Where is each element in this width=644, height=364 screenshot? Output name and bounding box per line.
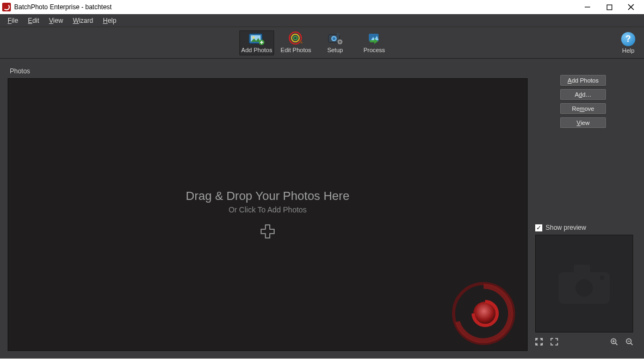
toolbar-setup-label: Setup xyxy=(327,47,343,53)
help-icon: ? xyxy=(621,32,635,46)
toolbar-add-photos-label: Add Photos xyxy=(242,47,273,53)
app-icon xyxy=(2,3,11,11)
show-preview-row: ✓ Show preview xyxy=(535,224,631,231)
plus-icon xyxy=(260,224,275,241)
close-button[interactable] xyxy=(620,0,642,14)
preview-pane xyxy=(535,235,633,332)
svg-point-6 xyxy=(252,36,255,39)
camera-placeholder-icon xyxy=(554,259,614,308)
svg-point-19 xyxy=(339,41,341,43)
svg-rect-17 xyxy=(337,33,339,35)
toolbar-help-label: Help xyxy=(622,47,635,54)
add-photos-icon xyxy=(249,32,265,46)
toolbar-process[interactable]: Process xyxy=(357,30,392,55)
zoom-in-icon[interactable] xyxy=(610,338,618,347)
svg-point-16 xyxy=(333,37,336,40)
setup-icon xyxy=(327,32,343,46)
fullscreen-icon[interactable] xyxy=(550,338,558,347)
titlebar: BatchPhoto Enterprise - batchtest xyxy=(0,0,644,14)
view-button[interactable]: View xyxy=(560,117,606,128)
edit-photos-icon xyxy=(288,32,304,46)
svg-point-11 xyxy=(292,34,299,42)
side-panel: Add Photos Add… Remove View ✓ Show previ… xyxy=(528,63,636,351)
dropzone-subtitle: Or Click To Add Photos xyxy=(228,205,307,214)
svg-line-33 xyxy=(631,343,633,346)
content-area: Photos Drag & Drop Your Photos Here Or C… xyxy=(0,59,644,359)
zoom-out-icon[interactable] xyxy=(626,338,633,347)
add-menu-button[interactable]: Add… xyxy=(560,89,606,100)
dropzone[interactable]: Drag & Drop Your Photos Here Or Click To… xyxy=(8,78,528,351)
app-window: BatchPhoto Enterprise - batchtest File E… xyxy=(0,0,644,359)
menu-view[interactable]: View xyxy=(45,16,67,26)
process-icon xyxy=(366,32,382,46)
dropzone-title: Drag & Drop Your Photos Here xyxy=(186,189,350,203)
fit-window-icon[interactable] xyxy=(535,338,543,347)
show-preview-checkbox[interactable]: ✓ xyxy=(535,224,542,231)
minimize-button[interactable] xyxy=(577,0,598,14)
menu-edit[interactable]: Edit xyxy=(23,16,44,26)
svg-point-12 xyxy=(294,36,297,39)
svg-rect-1 xyxy=(607,5,612,10)
toolbar-add-photos[interactable]: Add Photos xyxy=(239,30,274,55)
photos-panel-label: Photos xyxy=(10,67,528,75)
preview-toolbar xyxy=(535,338,633,347)
show-preview-label: Show preview xyxy=(546,224,586,231)
toolbar-setup[interactable]: Setup xyxy=(318,30,352,55)
photos-panel: Photos Drag & Drop Your Photos Here Or C… xyxy=(8,63,528,351)
toolbar-help[interactable]: ? Help xyxy=(618,31,639,55)
toolbar-edit-photos[interactable]: Edit Photos xyxy=(278,30,313,55)
menu-wizard[interactable]: Wizard xyxy=(69,16,97,26)
add-photos-button[interactable]: Add Photos xyxy=(560,75,606,86)
menu-help[interactable]: Help xyxy=(98,16,121,26)
maximize-button[interactable] xyxy=(598,0,620,14)
toolbar: Add Photos Edit Photos xyxy=(0,27,644,59)
svg-line-29 xyxy=(616,343,618,346)
window-title: BatchPhoto Enterprise - batchtest xyxy=(14,3,112,11)
toolbar-process-label: Process xyxy=(363,47,385,53)
svg-point-27 xyxy=(600,275,604,280)
svg-rect-24 xyxy=(574,265,590,274)
logo-watermark-icon xyxy=(451,281,516,346)
remove-button[interactable]: Remove xyxy=(560,103,606,114)
toolbar-edit-photos-label: Edit Photos xyxy=(281,47,311,53)
menubar: File Edit View Wizard Help xyxy=(0,14,644,27)
menu-file[interactable]: File xyxy=(3,16,22,26)
